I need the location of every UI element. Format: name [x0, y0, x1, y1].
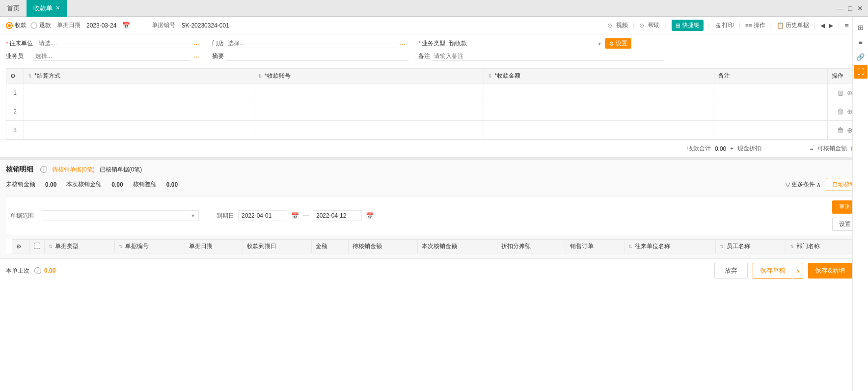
tab-home[interactable]: 首页 [0, 0, 27, 17]
writeoff-title: 核销明细 [6, 165, 33, 174]
row-3-remark[interactable] [714, 121, 827, 140]
remark-input[interactable] [432, 52, 664, 61]
row-1-remark[interactable] [714, 84, 827, 102]
receipt-table-section: ⚙ ⇅ *结算方式 ⇅ *收款账号 ⇅ *收款金额 备注 [0, 68, 868, 140]
date-range-group: 到期日 2022-04-01 📅 — 2022-04-12 📅 [217, 210, 374, 221]
maximize-icon[interactable]: □ [848, 4, 852, 12]
remark-field: 备注 [418, 52, 664, 61]
select-all-checkbox[interactable] [34, 243, 40, 249]
save-draft-btn[interactable]: 保存草稿 [753, 263, 792, 279]
row-1-delete-icon[interactable]: 🗑 [837, 89, 844, 97]
counterparty-input[interactable] [37, 39, 191, 48]
tab-receipt[interactable]: 收款单 ✕ [27, 0, 67, 17]
discard-btn[interactable]: 放弃 [714, 263, 748, 279]
row-3-settle[interactable] [24, 121, 254, 140]
store-more-icon[interactable]: ··· [397, 40, 408, 48]
video-btn[interactable]: 视频 [616, 21, 628, 29]
save-draft-chevron[interactable]: ∧ [792, 263, 803, 279]
writeoff-table: ⚙ ⇅ 单据类型 ⇅ 单据编号 单据日期 [12, 239, 856, 253]
counterparty-label: 往来单位 [9, 39, 37, 48]
radio-receipt[interactable]: 收款 [6, 21, 27, 29]
settings-btn[interactable]: ⚙ 设置 [605, 38, 631, 49]
history-btn[interactable]: 📋 历史单据 [777, 21, 809, 29]
row-1-copy-icon[interactable]: ⊕ [847, 89, 853, 97]
writeoff-info-icon[interactable]: i [40, 166, 47, 173]
table-row: 3 🗑 ⊕ [6, 121, 862, 140]
remark-label: 备注 [418, 52, 432, 60]
bt-th-docdate: 单据日期 [185, 240, 243, 253]
row-2-remark[interactable] [714, 102, 827, 121]
help-label: 帮助 [648, 21, 660, 29]
current-label: 本次核销金额 [66, 180, 102, 189]
store-field: 门店 ··· [212, 39, 408, 48]
footer-actions: 放弃 保存草稿 ∧ 保存&新增 ∧ [714, 263, 862, 279]
business-type-chevron[interactable]: ▾ [598, 40, 601, 47]
pending-tab[interactable]: 待核销单据(0笔) [52, 166, 95, 174]
row-1-settle[interactable] [24, 84, 254, 102]
minimize-icon[interactable]: — [837, 4, 843, 12]
doc-range-select[interactable]: ▾ [42, 210, 199, 221]
row-2-amount[interactable] [484, 102, 714, 121]
table-gear-th[interactable]: ⚙ [6, 69, 24, 84]
footer-info-icon[interactable]: i [34, 267, 41, 274]
docno-value: SK-20230324-001 [181, 22, 229, 29]
row-1-amount[interactable] [484, 84, 714, 102]
date-to-input[interactable]: 2022-04-12 [313, 210, 362, 221]
date-value[interactable]: 2023-03-24 [86, 22, 116, 29]
close-window-icon[interactable]: ✕ [857, 4, 863, 12]
help-icon: ⊙ [639, 22, 644, 29]
sidebar-list-icon[interactable]: ≡ [854, 35, 868, 49]
tab-close-icon[interactable]: ✕ [55, 5, 60, 11]
date-calendar-icon[interactable]: 📅 [122, 22, 130, 29]
summary-input[interactable] [226, 52, 408, 61]
operate-icon: ≡≡ [745, 22, 752, 29]
more-conditions-btn[interactable]: ▽ 更多条件 ∧ [786, 180, 821, 189]
help-btn[interactable]: 帮助 [648, 21, 660, 29]
prev-label: 本单上次 [6, 267, 29, 275]
date-from-input[interactable]: 2022-04-01 [238, 210, 287, 221]
radio-refund[interactable]: 退款 [30, 21, 51, 29]
row-3-copy-icon[interactable]: ⊕ [847, 126, 853, 134]
discount-input[interactable] [767, 144, 806, 153]
operate-btn[interactable]: ≡≡ 操作 [745, 21, 765, 29]
current-value: 0.00 [111, 181, 123, 188]
row-3-account[interactable] [254, 121, 484, 140]
counterparty-field: * 往来单位 ··· [6, 39, 202, 48]
video-icon: ⊙ [607, 22, 612, 29]
list-view-icon[interactable]: ≡ [844, 21, 849, 29]
sidebar-link-icon[interactable]: 🔗 [854, 50, 868, 64]
row-2-copy-icon[interactable]: ⊕ [847, 108, 853, 115]
date-label: 单据日期 [57, 21, 81, 29]
date-to-calendar-icon[interactable]: 📅 [366, 212, 374, 220]
bt-check-th[interactable] [30, 240, 45, 253]
staff-input[interactable] [33, 52, 190, 61]
window-controls: — □ ✕ [837, 4, 868, 12]
staff-more-icon[interactable]: ··· [190, 53, 202, 60]
store-input[interactable] [226, 39, 397, 48]
row-2-settle[interactable] [24, 102, 254, 121]
th-amount: ⇅ *收款金额 [484, 69, 714, 84]
prev-page-icon[interactable]: ◀ [820, 22, 825, 29]
discount-label: 现金折扣: [737, 144, 762, 153]
row-3-amount[interactable] [484, 121, 714, 140]
print-label: 打印 [722, 21, 734, 29]
docno-label: 单据编号 [152, 21, 175, 29]
counterparty-more-icon[interactable]: ··· [190, 40, 202, 48]
shortcut-btn[interactable]: ⊞ 快捷键 [672, 20, 704, 31]
sidebar-expand-icon[interactable]: ⛶ [854, 65, 868, 79]
store-label: 门店 [212, 39, 226, 48]
next-page-icon[interactable]: ▶ [829, 22, 833, 29]
save-new-btn[interactable]: 保存&新增 [808, 263, 852, 279]
radio-refund-label: 退款 [39, 21, 51, 29]
bt-gear-th[interactable]: ⚙ [12, 240, 30, 253]
date-from-calendar-icon[interactable]: 📅 [291, 212, 299, 220]
print-btn[interactable]: 🖨 打印 [715, 21, 734, 29]
completed-tab[interactable]: 已核销单据(0笔) [100, 166, 142, 174]
sidebar-table-icon[interactable]: ⊞ [854, 21, 868, 34]
radio-receipt-dot [6, 22, 13, 29]
row-1-account[interactable] [254, 84, 484, 102]
row-3-delete-icon[interactable]: 🗑 [837, 126, 844, 134]
row-2-account[interactable] [254, 102, 484, 121]
th-account: ⇅ *收款账号 [254, 69, 484, 84]
row-2-delete-icon[interactable]: 🗑 [837, 108, 844, 115]
